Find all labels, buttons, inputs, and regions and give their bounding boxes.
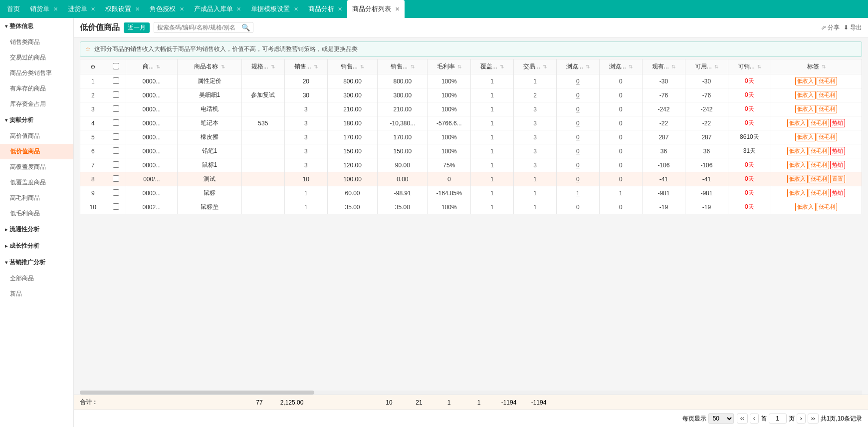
sidebar-item-high-value[interactable]: 高价值商品: [0, 128, 73, 144]
th-browse2[interactable]: 浏览... ⇅: [599, 59, 642, 74]
sidebar-item-low-coverage[interactable]: 低覆盖度商品: [0, 175, 73, 190]
scrollbar-thumb[interactable]: [80, 391, 314, 395]
sidebar-group-overall[interactable]: ▾ 整体信息: [0, 18, 73, 34]
share-button[interactable]: ⬀ 分享: [821, 23, 840, 32]
nav-stock[interactable]: 产成品入库单 ✕: [189, 0, 246, 18]
row-browse1[interactable]: 0: [556, 88, 599, 102]
close-icon[interactable]: ✕: [294, 6, 298, 12]
th-check[interactable]: [106, 59, 126, 74]
nav-sales[interactable]: 销货单 ✕: [25, 0, 63, 18]
row-check[interactable]: [106, 116, 126, 130]
row-check[interactable]: [106, 186, 126, 200]
th-stock3[interactable]: 可销... ⇅: [728, 59, 771, 74]
row-checkbox[interactable]: [113, 147, 119, 154]
th-gross[interactable]: 毛利率 ⇅: [428, 59, 471, 74]
close-icon[interactable]: ✕: [395, 6, 400, 12]
row-check[interactable]: [106, 158, 126, 172]
table-area[interactable]: ⚙ 商... ⇅ 商品名称 ⇅ 规格... ⇅ 销售... ⇅ 销售... ⇅ …: [74, 59, 868, 391]
nav-home[interactable]: 首页: [2, 0, 25, 18]
row-browse1[interactable]: 0: [556, 116, 599, 130]
sidebar-item-stock-products[interactable]: 有库存的商品: [0, 81, 73, 96]
browse-link[interactable]: 0: [576, 176, 580, 183]
th-code[interactable]: 商... ⇅: [126, 59, 177, 74]
row-browse1[interactable]: 0: [556, 172, 599, 186]
browse-link[interactable]: 0: [576, 106, 580, 113]
row-browse1[interactable]: 0: [556, 74, 599, 88]
browse-link[interactable]: 0: [576, 92, 580, 99]
per-page-select[interactable]: 50 10 20 100: [708, 413, 734, 424]
row-checkbox[interactable]: [113, 203, 119, 210]
row-check[interactable]: [106, 74, 126, 88]
row-checkbox[interactable]: [113, 175, 119, 182]
sidebar-item-low-margin[interactable]: 低毛利商品: [0, 206, 73, 221]
time-filter-button[interactable]: 近一月: [124, 22, 150, 33]
prev-page-button[interactable]: ‹: [750, 414, 759, 424]
row-browse1[interactable]: 0: [556, 130, 599, 144]
search-icon[interactable]: 🔍: [241, 23, 250, 31]
row-check[interactable]: [106, 130, 126, 144]
row-check[interactable]: [106, 200, 126, 214]
close-icon[interactable]: ✕: [236, 6, 241, 12]
th-name[interactable]: 商品名称 ⇅: [177, 59, 241, 74]
th-settings[interactable]: ⚙: [80, 59, 106, 74]
nav-permission[interactable]: 权限设置 ✕: [100, 0, 145, 18]
nav-template[interactable]: 单据模板设置 ✕: [246, 0, 303, 18]
browse-link[interactable]: 0: [576, 148, 580, 155]
row-check[interactable]: [106, 102, 126, 116]
sidebar-item-category-rate[interactable]: 商品分类销售率: [0, 65, 73, 81]
close-icon[interactable]: ✕: [338, 6, 342, 12]
sidebar-group-contribution[interactable]: ▾ 贡献分析: [0, 112, 73, 128]
row-browse1[interactable]: 0: [556, 102, 599, 116]
browse-link[interactable]: 0: [576, 204, 580, 211]
browse-link[interactable]: 0: [576, 120, 580, 127]
row-browse1[interactable]: 1: [556, 186, 599, 200]
first-page-button[interactable]: ‹‹: [737, 414, 748, 424]
row-checkbox[interactable]: [113, 91, 119, 98]
th-sale2[interactable]: 销售... ⇅: [327, 59, 377, 74]
row-checkbox[interactable]: [113, 189, 119, 196]
row-check[interactable]: [106, 172, 126, 186]
close-icon[interactable]: ✕: [180, 6, 184, 12]
th-sale3[interactable]: 销售... ⇅: [378, 59, 428, 74]
row-check[interactable]: [106, 144, 126, 158]
close-icon[interactable]: ✕: [91, 6, 95, 12]
sidebar-item-low-value[interactable]: 低价值商品: [0, 144, 73, 159]
sidebar-item-all-products[interactable]: 全部商品: [0, 271, 73, 286]
next-page-button[interactable]: ›: [797, 414, 806, 424]
nav-analysis[interactable]: 商品分析 ✕: [303, 0, 348, 18]
nav-role[interactable]: 角色授权 ✕: [145, 0, 189, 18]
sidebar-item-traded-products[interactable]: 交易过的商品: [0, 50, 73, 65]
th-trade[interactable]: 交易... ⇅: [513, 59, 556, 74]
search-input[interactable]: [157, 24, 241, 31]
row-browse1[interactable]: 0: [556, 144, 599, 158]
sidebar-item-new-products[interactable]: 新品: [0, 286, 73, 302]
th-stock2[interactable]: 可用... ⇅: [685, 59, 728, 74]
export-button[interactable]: ⬇ 导出: [844, 23, 862, 32]
row-checkbox[interactable]: [113, 105, 119, 112]
browse-link[interactable]: 1: [576, 190, 580, 197]
close-icon[interactable]: ✕: [53, 6, 58, 12]
sidebar-group-flow[interactable]: ▸ 流通性分析: [0, 221, 73, 238]
sidebar-item-sales-products[interactable]: 销售类商品: [0, 34, 73, 50]
nav-purchase[interactable]: 进货单 ✕: [63, 0, 101, 18]
sidebar-group-marketing[interactable]: ▾ 营销推广分析: [0, 254, 73, 271]
row-check[interactable]: [106, 88, 126, 102]
th-tag[interactable]: 标签 ⇅: [771, 59, 862, 74]
th-cover[interactable]: 覆盖... ⇅: [471, 59, 514, 74]
horizontal-scrollbar[interactable]: [80, 391, 862, 395]
row-browse1[interactable]: 0: [556, 158, 599, 172]
row-checkbox[interactable]: [113, 161, 119, 168]
th-spec[interactable]: 规格... ⇅: [241, 59, 284, 74]
row-browse1[interactable]: 0: [556, 200, 599, 214]
last-page-button[interactable]: ››: [808, 414, 819, 424]
row-checkbox[interactable]: [113, 77, 119, 84]
th-stock1[interactable]: 现有... ⇅: [642, 59, 685, 74]
page-input[interactable]: [769, 414, 787, 424]
close-icon[interactable]: ✕: [135, 6, 140, 12]
sidebar-group-growth[interactable]: ▸ 成长性分析: [0, 238, 73, 254]
sidebar-item-stock-funds[interactable]: 库存资金占用: [0, 96, 73, 112]
row-checkbox[interactable]: [113, 119, 119, 126]
nav-analysis-list[interactable]: 商品分析列表 ✕: [347, 0, 405, 18]
select-all-checkbox[interactable]: [113, 63, 119, 69]
sidebar-item-high-coverage[interactable]: 高覆盖度商品: [0, 159, 73, 175]
